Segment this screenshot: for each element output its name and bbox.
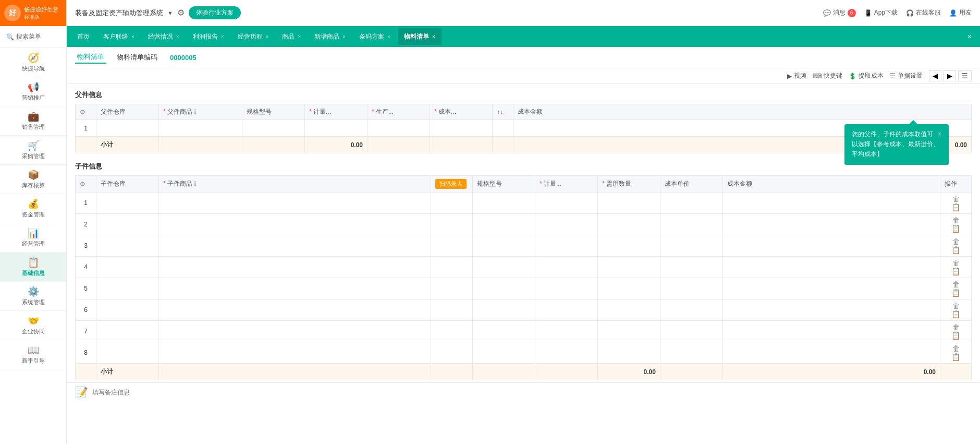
child-row-2-spec[interactable] (472, 214, 535, 235)
sidebar-item-inventory[interactable]: 📦 库存核算 (0, 165, 66, 194)
tab-close-profit[interactable]: × (221, 34, 224, 40)
child-row-7-goods[interactable] (159, 321, 431, 342)
child-row-3-copy-btn[interactable]: 📋 (951, 246, 960, 254)
tab-operation-status[interactable]: 经营情况 × (142, 28, 186, 45)
child-row-7-quantity[interactable] (597, 321, 660, 342)
child-row-7-copy-btn[interactable]: 📋 (951, 331, 960, 340)
child-row-5-warehouse[interactable] (96, 278, 159, 299)
child-row-8-spec[interactable] (472, 342, 535, 364)
sidebar-item-finance[interactable]: 💰 资金管理 (0, 194, 66, 223)
subnav-bom-list[interactable]: 物料清单 (75, 51, 106, 64)
tab-barcode[interactable]: 条码方案 × (353, 28, 397, 45)
parent-row-1-cost[interactable] (430, 120, 493, 137)
child-row-5-spec[interactable] (472, 278, 535, 299)
child-row-4-unit-cost[interactable] (660, 257, 722, 278)
parent-row-1-goods[interactable] (159, 120, 242, 137)
child-row-2-quantity[interactable] (597, 214, 660, 235)
remark-input[interactable] (92, 389, 972, 396)
parent-row-1-spec[interactable] (242, 120, 305, 137)
child-row-6-unit[interactable] (535, 299, 597, 321)
toolbar-cost[interactable]: 💲 提取成本 (849, 71, 884, 80)
tab-bom[interactable]: 物料清单 × (398, 28, 442, 45)
child-row-6-spec[interactable] (472, 299, 535, 321)
child-row-3-unit-cost[interactable] (660, 235, 722, 257)
child-row-4-quantity[interactable] (597, 257, 660, 278)
child-row-8-delete-btn[interactable]: 🗑 (952, 344, 960, 353)
prev-button[interactable]: ◀ (929, 70, 941, 81)
child-row-8-goods[interactable] (159, 342, 431, 364)
child-row-6-goods[interactable] (159, 299, 431, 321)
child-row-2-unit-cost[interactable] (660, 214, 722, 235)
tab-goods[interactable]: 商品 × (276, 28, 307, 45)
child-row-1-quantity[interactable] (597, 193, 660, 214)
child-row-8-unit-cost[interactable] (660, 342, 722, 364)
child-row-3-delete-btn[interactable]: 🗑 (952, 237, 960, 246)
child-row-4-unit[interactable] (535, 257, 597, 278)
tabs-close-all[interactable]: × (963, 32, 976, 41)
sidebar-item-operation[interactable]: 📊 经营管理 (0, 223, 66, 253)
child-row-4-warehouse[interactable] (96, 257, 159, 278)
child-row-1-goods[interactable] (159, 193, 431, 214)
child-row-3-spec[interactable] (472, 235, 535, 257)
child-row-6-quantity[interactable] (597, 299, 660, 321)
settings-icon[interactable]: ⚙ (177, 8, 185, 18)
child-row-3-quantity[interactable] (597, 235, 660, 257)
tab-close-customer[interactable]: × (131, 34, 134, 40)
menu-button[interactable]: ☰ (958, 70, 972, 81)
toolbar-shortcut[interactable]: ⌨ 快捷键 (813, 71, 842, 80)
child-row-1-warehouse[interactable] (96, 193, 159, 214)
message-button[interactable]: 💬 消息 6 (823, 8, 856, 17)
child-row-4-delete-btn[interactable]: 🗑 (952, 259, 960, 267)
trial-button[interactable]: 体验行业方案 (189, 6, 241, 19)
system-dropdown[interactable]: ▼ (167, 10, 173, 16)
child-row-3-warehouse[interactable] (96, 235, 159, 257)
tab-home[interactable]: 首页 (71, 28, 96, 45)
tab-close-bom[interactable]: × (432, 34, 435, 40)
child-row-7-delete-btn[interactable]: 🗑 (952, 323, 960, 331)
toolbar-view[interactable]: ▶ 视频 (787, 71, 806, 80)
child-row-8-warehouse[interactable] (96, 342, 159, 364)
tab-customer[interactable]: 客户联络 × (97, 28, 141, 45)
sidebar-item-collab[interactable]: 🤝 企业协同 (0, 311, 66, 340)
child-row-1-unit-cost[interactable] (660, 193, 722, 214)
parent-row-1-unit[interactable] (305, 120, 368, 137)
tab-new-goods[interactable]: 新增商品 × (308, 28, 352, 45)
child-row-5-unit-cost[interactable] (660, 278, 722, 299)
child-row-7-spec[interactable] (472, 321, 535, 342)
child-row-8-quantity[interactable] (597, 342, 660, 364)
child-row-3-unit[interactable] (535, 235, 597, 257)
tooltip-close-button[interactable]: × (938, 129, 941, 139)
child-row-7-unit[interactable] (535, 321, 597, 342)
child-row-4-copy-btn[interactable]: 📋 (951, 267, 960, 275)
child-row-2-goods[interactable] (159, 214, 431, 235)
child-settings-icon[interactable]: ⚙ (80, 181, 85, 188)
scan-button[interactable]: 扫码录入 (435, 179, 467, 189)
tab-close-operation-status[interactable]: × (176, 34, 179, 40)
toolbar-single-settings[interactable]: ☰ 单据设置 (890, 71, 923, 80)
child-row-5-quantity[interactable] (597, 278, 660, 299)
child-row-5-unit[interactable] (535, 278, 597, 299)
child-row-2-delete-btn[interactable]: 🗑 (952, 216, 960, 224)
tab-close-barcode[interactable]: × (387, 34, 390, 40)
online-service-button[interactable]: 🎧 在线客服 (906, 8, 941, 17)
child-row-5-copy-btn[interactable]: 📋 (951, 289, 960, 297)
user-menu[interactable]: 👤 用友 (949, 8, 972, 17)
child-row-3-goods[interactable] (159, 235, 431, 257)
child-row-1-unit[interactable] (535, 193, 597, 214)
sidebar-item-basic[interactable]: 📋 基础信息 (0, 253, 66, 282)
child-row-7-warehouse[interactable] (96, 321, 159, 342)
sidebar-item-guide[interactable]: 📖 新手引导 (0, 340, 66, 369)
child-row-4-goods[interactable] (159, 257, 431, 278)
child-row-6-delete-btn[interactable]: 🗑 (952, 302, 960, 310)
child-row-6-unit-cost[interactable] (660, 299, 722, 321)
child-row-6-warehouse[interactable] (96, 299, 159, 321)
app-download-button[interactable]: 📱 App下载 (864, 8, 898, 17)
sidebar-item-sales[interactable]: 💼 销售管理 (0, 106, 66, 136)
child-row-2-warehouse[interactable] (96, 214, 159, 235)
parent-row-1-warehouse[interactable] (96, 120, 159, 137)
parent-row-1-production[interactable] (368, 120, 430, 137)
child-row-8-copy-btn[interactable]: 📋 (951, 353, 960, 361)
sidebar-item-system[interactable]: ⚙️ 系统管理 (0, 282, 66, 311)
tab-close-new-goods[interactable]: × (342, 34, 346, 40)
child-row-4-spec[interactable] (472, 257, 535, 278)
